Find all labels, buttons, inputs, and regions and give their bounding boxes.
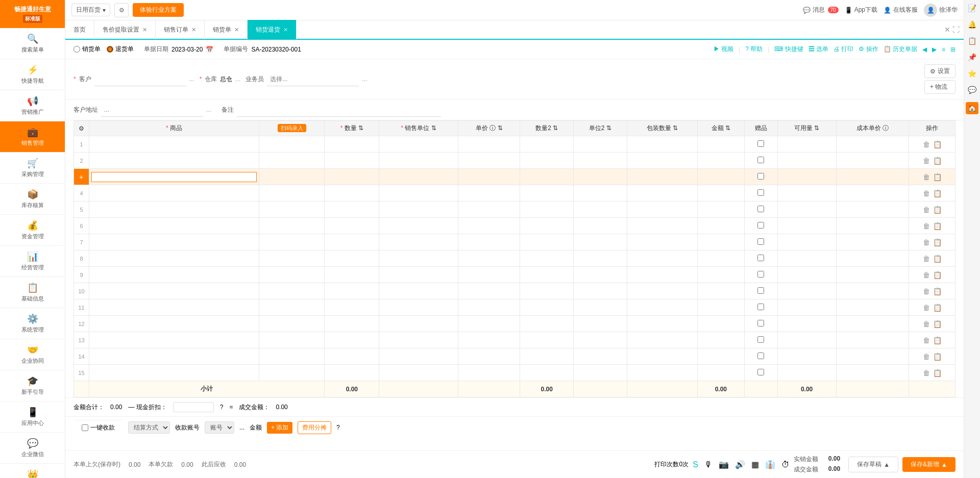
select-action[interactable]: ☰ 选单: [808, 45, 828, 54]
sidebar-item-operations[interactable]: 📊 经营管理: [0, 246, 65, 277]
gift-checkbox[interactable]: [757, 173, 764, 180]
sougou-icon[interactable]: S: [693, 460, 698, 469]
salesman-dots[interactable]: ...: [362, 76, 367, 83]
qty2-cell[interactable]: [520, 202, 574, 218]
pkg-qty-cell[interactable]: [627, 185, 698, 202]
amount-cell[interactable]: [698, 299, 744, 316]
qty-cell[interactable]: [325, 136, 379, 153]
discount-input[interactable]: [173, 402, 214, 412]
qty-cell[interactable]: [325, 332, 379, 348]
add-logistics-button[interactable]: + 物流: [924, 80, 955, 94]
qty2-cell[interactable]: [520, 316, 574, 332]
delete-row-icon[interactable]: 🗑: [923, 320, 930, 328]
tab-home[interactable]: 首页: [65, 20, 94, 39]
available-cell[interactable]: [777, 250, 836, 267]
available-cell[interactable]: [777, 267, 836, 283]
experience-button[interactable]: 体验行业方案: [133, 3, 184, 17]
user-profile[interactable]: 👤 徐泽华: [924, 4, 958, 17]
delete-row-icon[interactable]: 🗑: [923, 353, 930, 361]
available-cell[interactable]: [777, 299, 836, 316]
pkg-qty-cell[interactable]: [627, 234, 698, 250]
right-panel-icon-6[interactable]: 💬: [968, 86, 976, 94]
tab-sales-delivery-close[interactable]: ✕: [234, 27, 239, 33]
delete-row-icon[interactable]: 🗑: [923, 206, 930, 214]
voice-icon[interactable]: 🔊: [735, 460, 745, 469]
pkg-qty-cell[interactable]: [627, 218, 698, 234]
sales-unit-cell[interactable]: [379, 299, 458, 316]
available-cell[interactable]: [777, 234, 836, 250]
camera-icon[interactable]: 📷: [719, 460, 729, 469]
sidebar-item-wechat[interactable]: 💬 企业微信: [0, 433, 65, 464]
cost-price-cell[interactable]: [836, 218, 909, 234]
qty2-cell[interactable]: [520, 234, 574, 250]
unit-price-cell[interactable]: [458, 365, 520, 381]
gift-checkbox[interactable]: [757, 222, 764, 229]
unit-price-cell[interactable]: [458, 185, 520, 202]
amount-cell[interactable]: [698, 136, 744, 153]
available-cell[interactable]: [777, 348, 836, 365]
copy-row-icon[interactable]: 📋: [933, 336, 942, 344]
qty-cell[interactable]: [325, 365, 379, 381]
unit-price-cell[interactable]: [458, 316, 520, 332]
delete-row-icon[interactable]: 🗑: [923, 140, 930, 148]
available-cell[interactable]: [777, 169, 836, 185]
qty-cell[interactable]: [325, 185, 379, 202]
radio-return-input[interactable]: [107, 46, 113, 53]
unit-price-cell[interactable]: [458, 218, 520, 234]
amount-cell[interactable]: [698, 185, 744, 202]
gift-checkbox[interactable]: [757, 157, 764, 163]
sidebar-item-corp[interactable]: 🤝 企业协同: [0, 339, 65, 370]
nav-settings-icon[interactable]: ⚙: [114, 3, 129, 17]
prev-icon[interactable]: ◀: [922, 46, 927, 53]
pkg-qty-cell[interactable]: [627, 202, 698, 218]
copy-row-icon[interactable]: 📋: [933, 157, 942, 165]
amount-cell[interactable]: [698, 348, 744, 365]
copy-row-icon[interactable]: 📋: [933, 287, 942, 295]
sales-unit-cell[interactable]: [379, 283, 458, 299]
avatar-icon2[interactable]: 👔: [765, 460, 775, 469]
gift-checkbox[interactable]: [757, 353, 764, 359]
amount-cell[interactable]: [698, 250, 744, 267]
remark-input[interactable]: [237, 103, 441, 117]
pkg-qty-cell[interactable]: [627, 136, 698, 153]
settlement-method-select[interactable]: 结算方式: [128, 421, 170, 434]
unit-price-cell[interactable]: [458, 267, 520, 283]
fee-split-button[interactable]: 费用分摊: [298, 421, 331, 434]
sidebar-item-purchase[interactable]: 🛒 采购管理: [0, 153, 65, 184]
sales-unit-cell[interactable]: [379, 234, 458, 250]
unit2-cell[interactable]: [574, 250, 627, 267]
gift-checkbox[interactable]: [757, 255, 764, 261]
account-select[interactable]: 账号: [205, 421, 234, 434]
pkg-qty-cell[interactable]: [627, 283, 698, 299]
sidebar-item-basic[interactable]: 📋 基础信息: [0, 277, 65, 308]
unit2-cell[interactable]: [574, 365, 627, 381]
cost-price-cell[interactable]: [836, 202, 909, 218]
sidebar-item-newbie[interactable]: 🎓 新手引导: [0, 370, 65, 401]
operate-action[interactable]: ⚙ 操作: [859, 45, 878, 54]
unit2-cell[interactable]: [574, 218, 627, 234]
available-cell[interactable]: [777, 136, 836, 153]
qty2-cell[interactable]: [520, 267, 574, 283]
cost-price-cell[interactable]: [836, 267, 909, 283]
sidebar-item-system[interactable]: ⚙️ 系统管理: [0, 308, 65, 339]
copy-row-icon[interactable]: 📋: [933, 206, 942, 214]
history-action[interactable]: 📋 历史单据: [884, 45, 917, 54]
radio-delivery[interactable]: 销货单: [74, 45, 101, 54]
amount-cell[interactable]: [698, 169, 744, 185]
tab-price-settings-close[interactable]: ✕: [142, 27, 147, 33]
right-panel-icon-7[interactable]: 🏠: [966, 102, 978, 114]
pkg-qty-cell[interactable]: [627, 169, 698, 185]
copy-row-icon[interactable]: 📋: [933, 271, 942, 279]
sidebar-item-sales[interactable]: 💼 销售管理: [0, 121, 65, 153]
pkg-qty-cell[interactable]: [627, 153, 698, 169]
unit2-cell[interactable]: [574, 299, 627, 316]
unit-price-cell[interactable]: [458, 153, 520, 169]
qty2-cell[interactable]: [520, 250, 574, 267]
tab-price-settings[interactable]: 售价提取设置 ✕: [94, 20, 156, 39]
industry-selector[interactable]: 日用百货 ▾: [71, 4, 110, 16]
amount-cell[interactable]: [698, 283, 744, 299]
sidebar-item-finance[interactable]: 💰 资金管理: [0, 215, 65, 246]
app-download-button[interactable]: 📱 App下载: [845, 6, 877, 14]
tab-sales-order[interactable]: 销售订单 ✕: [156, 20, 205, 39]
unit2-cell[interactable]: [574, 234, 627, 250]
